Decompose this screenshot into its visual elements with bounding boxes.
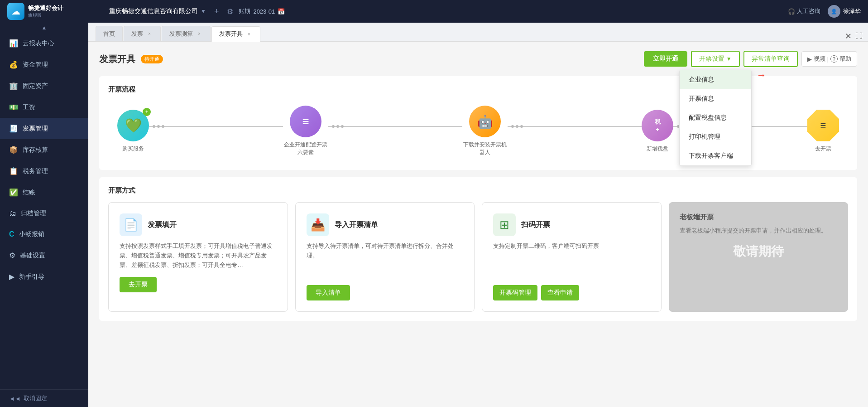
sidebar-item-archive[interactable]: 🗂 归档管理 <box>0 203 88 224</box>
salary-icon: 💵 <box>9 103 18 111</box>
new-guide-icon: ▶ <box>9 272 14 281</box>
tab-invoice-test-close[interactable]: × <box>196 30 203 38</box>
sidebar-scroll-up[interactable]: ▲ <box>0 23 88 33</box>
invoice-mgmt-icon: 🧾 <box>9 124 18 133</box>
view-apply-button[interactable]: 查看申请 <box>541 285 579 300</box>
sidebar-item-settlement[interactable]: ✅ 结账 <box>0 182 88 203</box>
step-download-install: 🤖 下载并安装开票机器人 <box>462 106 508 156</box>
inventory-icon: 📦 <box>9 145 18 154</box>
settings-dropdown-arrow: ▼ <box>726 56 732 62</box>
step-go-invoice: ≡ 去开票 <box>807 110 839 153</box>
fixed-asset-icon: 🏢 <box>9 82 18 90</box>
sidebar-item-xiaochang[interactable]: C 小畅报销 <box>0 224 88 245</box>
settlement-icon: ✅ <box>9 188 18 197</box>
settings-button[interactable]: 开票设置 ▼ <box>691 51 740 67</box>
logo-text: 畅捷通好会计 <box>28 4 63 12</box>
sidebar-item-basic-settings[interactable]: ⚙ 基础设置 <box>0 245 88 266</box>
manual-fill-button[interactable]: 去开票 <box>120 277 157 292</box>
import-title: 导入开票清单 <box>335 220 378 230</box>
company-dropdown-icon: ▼ <box>201 8 206 15</box>
page-header: 发票开具 待开通 立即开通 开票设置 ▼ 异常清单查询 ▶ 视频 <box>99 51 857 67</box>
pin-icon: ◄◄ <box>9 395 21 402</box>
logo-icon: ☁ <box>7 3 24 20</box>
anomaly-button[interactable]: 异常清单查询 <box>743 51 798 67</box>
consult-button[interactable]: 🎧 人工咨询 <box>788 7 820 15</box>
dropdown-item-invoice-info[interactable]: 开票信息 <box>680 89 751 108</box>
period-info: 账期 2023-01 📅 <box>239 7 285 15</box>
manual-fill-icon: 📄 <box>120 213 142 236</box>
unpin-button[interactable]: ◄◄ 取消固定 <box>9 394 79 402</box>
scan-desc: 支持定制开票二维码，客户端可扫码开票 <box>493 242 650 278</box>
methods-title: 开票方式 <box>108 186 848 195</box>
play-icon: ▶ <box>807 56 812 63</box>
boss-overlay: 敬请期待 <box>680 243 838 260</box>
sidebar-item-inventory[interactable]: 📦 库存核算 <box>0 139 88 160</box>
boss-title: 老板端开票 <box>680 213 838 222</box>
import-desc: 支持导入待开票清单，可对待开票清单进行拆分、合并处理。 <box>307 242 464 278</box>
sidebar-item-fixed-asset[interactable]: 🏢 固定资产 <box>0 75 88 97</box>
company-name: 重庆畅捷交通信息咨询有限公司 <box>109 7 198 15</box>
headset-icon: 🎧 <box>788 8 795 15</box>
page-title: 发票开具 <box>99 53 135 65</box>
tab-invoice-close[interactable]: × <box>146 30 153 38</box>
tab-invoice-issue[interactable]: 发票开具 × <box>211 26 260 42</box>
archive-icon: 🗂 <box>9 209 16 218</box>
tab-invoice-issue-close[interactable]: × <box>245 30 253 38</box>
scan-icon: ⊞ <box>493 213 516 236</box>
logo-sub: 旗舰版 <box>28 12 63 19</box>
step-add-tax-disk: 税+ 新增税盘 <box>642 110 673 153</box>
add-company-button[interactable]: + <box>211 6 222 17</box>
fund-mgmt-icon: 💰 <box>9 60 18 69</box>
help-icon: ? <box>830 55 838 63</box>
activate-button[interactable]: 立即开通 <box>644 51 687 67</box>
settings-dropdown-menu: → 企业信息 开票信息 配置税盘信息 打印机管理 <box>679 70 752 166</box>
method-card-import: 📥 导入开票清单 支持导入待开票清单，可对待开票清单进行拆分、合并处理。 导入清… <box>295 202 475 312</box>
basic-settings-icon: ⚙ <box>9 251 15 260</box>
qrcode-manage-button[interactable]: 开票码管理 <box>493 285 537 300</box>
status-badge: 待开通 <box>141 55 163 63</box>
scan-title: 扫码开票 <box>521 220 550 230</box>
dropdown-item-printer[interactable]: 打印机管理 <box>680 127 751 146</box>
boss-desc: 查看老板端小程序提交的开票申请，并作出相应的处理。 <box>680 226 838 236</box>
sidebar-item-fund-mgmt[interactable]: 💰 资金管理 <box>0 54 88 75</box>
avatar: 👤 <box>828 5 840 18</box>
dropdown-item-company-info[interactable]: 企业信息 <box>680 70 751 89</box>
sidebar-item-new-guide[interactable]: ▶ 新手引导 <box>0 266 88 287</box>
import-button[interactable]: 导入清单 <box>307 285 350 300</box>
manual-fill-desc: 支持按照发票样式手工填开发票；可开具增值税电子普通发票、增值税普通发票、增值税专… <box>120 242 277 270</box>
step-buy-service: 💚 + 购买服务 <box>117 110 149 153</box>
tab-home[interactable]: 首页 <box>96 26 123 41</box>
calendar-icon[interactable]: 📅 <box>278 8 285 15</box>
manual-fill-title: 发票填开 <box>148 220 177 230</box>
sidebar-item-invoice-mgmt[interactable]: 🧾 发票管理 <box>0 118 88 139</box>
sidebar-item-cloud-report[interactable]: 📊 云报表中心 <box>0 33 88 54</box>
company-selector[interactable]: 重庆畅捷交通信息咨询有限公司 ▼ <box>109 7 206 15</box>
tab-invoice[interactable]: 发票 × <box>124 26 161 41</box>
step-enterprise-config: ≡ 企业开通配置开票六要素 <box>283 106 328 156</box>
method-card-manual: 📄 发票填开 支持按照发票样式手工填开发票；可开具增值税电子普通发票、增值税普通… <box>108 202 288 312</box>
dropdown-item-download-client[interactable]: 下载开票客户端 <box>680 146 751 165</box>
maximize-tab-button[interactable]: ⛶ <box>855 32 863 40</box>
cloud-report-icon: 📊 <box>9 39 18 48</box>
tab-invoice-test[interactable]: 发票测算 × <box>162 26 211 41</box>
method-card-boss: 老板端开票 查看老板端小程序提交的开票申请，并作出相应的处理。 敬请期待 <box>669 202 849 312</box>
method-card-scan: ⊞ 扫码开票 支持定制开票二维码，客户端可扫码开票 开票码管理 查看申请 <box>482 202 662 312</box>
xiaochang-icon: C <box>9 230 14 238</box>
close-tab-button[interactable]: ✕ <box>845 31 852 41</box>
tax-mgmt-icon: 📋 <box>9 167 18 175</box>
user-info: 👤 徐泽华 <box>828 5 861 18</box>
import-icon: 📥 <box>307 213 329 236</box>
sidebar-item-tax-mgmt[interactable]: 📋 税务管理 <box>0 160 88 182</box>
dropdown-item-tax-disk[interactable]: 配置税盘信息 <box>680 108 751 127</box>
settings-gear-button[interactable]: ⚙ <box>227 7 233 16</box>
video-help-button[interactable]: ▶ 视频 | ? 帮助 <box>801 51 857 67</box>
sidebar-item-salary[interactable]: 💵 工资 <box>0 97 88 118</box>
logo-area: ☁ 畅捷通好会计 旗舰版 <box>7 3 96 20</box>
